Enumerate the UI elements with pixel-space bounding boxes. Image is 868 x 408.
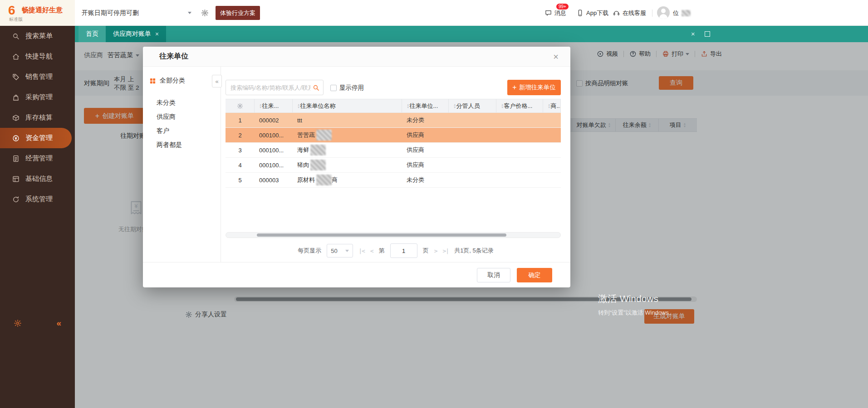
column-settings-gear-icon[interactable] — [226, 99, 255, 112]
search-icon[interactable] — [312, 84, 320, 92]
sidebar-item-funds[interactable]: 资金管理 — [0, 128, 72, 148]
table-row[interactable]: 1 000002 ttt 未分类 — [226, 113, 561, 128]
partner-type: 供应商 — [402, 143, 449, 157]
partner-name-text: 苦苦蔬 — [297, 131, 315, 139]
logo-icon: 6 — [8, 4, 15, 17]
partner-name-text: 海鲜 — [297, 146, 309, 154]
search-icon — [12, 32, 20, 40]
tab-close-icon[interactable]: × — [155, 31, 159, 37]
settings-gear-icon[interactable] — [14, 319, 22, 327]
panel-collapse-icon[interactable]: « — [212, 75, 222, 87]
trial-industry-button[interactable]: 体验行业方案 — [216, 6, 260, 20]
partner-more — [543, 173, 561, 187]
tabbar: 首页 供应商对账单 × × — [75, 26, 868, 42]
message-bubble-icon — [544, 9, 552, 17]
app-download-button[interactable]: App下载 — [576, 0, 608, 26]
column-header-type[interactable]: 往来单位... — [402, 99, 449, 112]
fullscreen-icon[interactable] — [705, 31, 710, 37]
partner-name: 猪肉 — [293, 158, 402, 172]
table-row[interactable]: 5 000003 原材料商 未分类 — [226, 173, 561, 188]
column-header-manager[interactable]: 分管人员 — [449, 99, 496, 112]
category-item-supplier[interactable]: 供应商 — [143, 110, 221, 124]
headset-icon — [613, 9, 620, 17]
table-row[interactable]: 3 000100... 海鲜 供应商 — [226, 143, 561, 158]
scrollbar-thumb[interactable] — [257, 233, 506, 237]
search-input[interactable] — [226, 80, 323, 95]
account-period-select[interactable]: 开账日期可停用可删 — [82, 0, 191, 26]
user-name-text: 位 — [673, 9, 679, 17]
first-page-icon[interactable]: |< — [358, 248, 365, 254]
per-page-value: 50 — [331, 248, 337, 254]
home-icon — [12, 53, 20, 61]
messages-button[interactable]: 消息 99+ — [544, 0, 566, 26]
category-item-uncategorized[interactable]: 未分类 — [143, 96, 221, 110]
show-disabled-checkbox[interactable]: 显示停用 — [330, 84, 364, 92]
category-item-both[interactable]: 两者都是 — [143, 138, 221, 152]
business-partner-modal: 往来单位 × 全部分类 « 未分类 供应商 客户 两者都是 — [143, 47, 570, 287]
last-page-icon[interactable]: >| — [442, 248, 449, 254]
tab-home[interactable]: 首页 — [78, 26, 106, 42]
partner-price — [496, 158, 543, 172]
online-service-button[interactable]: 在线客服 — [613, 0, 646, 26]
partner-type: 未分类 — [402, 113, 449, 127]
close-icon[interactable]: × — [553, 52, 559, 61]
per-page-select[interactable]: 50 — [327, 244, 353, 257]
sidebar-item-quick-nav[interactable]: 快捷导航 — [0, 46, 75, 67]
column-header-code[interactable]: 往来... — [255, 99, 293, 112]
partner-more — [543, 128, 561, 142]
close-all-tabs-icon[interactable]: × — [691, 30, 695, 37]
table-row[interactable]: 4 000100... 猪肉 供应商 — [226, 158, 561, 173]
partner-manager — [449, 158, 496, 172]
gear-icon[interactable] — [201, 9, 209, 17]
page-prefix-label: 第 — [379, 247, 385, 255]
sidebar-item-inventory[interactable]: 库存核算 — [0, 107, 75, 128]
sidebar-item-label: 系统管理 — [25, 195, 53, 204]
modal-footer: 取消 确定 — [143, 262, 570, 287]
row-index: 5 — [226, 173, 255, 187]
confirm-button[interactable]: 确定 — [517, 268, 552, 282]
category-all[interactable]: 全部分类 — [149, 77, 185, 85]
sidebar-item-base-info[interactable]: 基础信息 — [0, 169, 75, 189]
sidebar-nav: 搜索菜单 快捷导航 销售管理 采购管理 库存核算 资金管理 — [0, 26, 75, 209]
per-page-label: 每页显示 — [298, 247, 321, 255]
modal-body: 全部分类 « 未分类 供应商 客户 两者都是 显示停用 — [143, 67, 570, 262]
online-service-label: 在线客服 — [623, 9, 646, 17]
user-avatar[interactable] — [657, 6, 670, 19]
account-period-label: 开账日期可停用可删 — [82, 9, 139, 17]
next-page-icon[interactable]: > — [434, 248, 437, 254]
sidebar-item-search-menu[interactable]: 搜索菜单 — [0, 26, 75, 46]
modal-header: 往来单位 × — [143, 47, 570, 67]
blur-patch — [316, 175, 332, 185]
shopping-bag-icon — [12, 93, 20, 102]
modal-main: 显示停用 + 新增往来单位 往来... 往来单位名称 往来单位... 分管人员 … — [221, 67, 570, 262]
sidebar-collapse-icon[interactable]: « — [56, 318, 61, 328]
blur-patch — [310, 145, 326, 155]
partner-search-box — [226, 80, 324, 95]
edition-label: 标准版 — [9, 16, 23, 23]
sidebar-item-purchase[interactable]: 采购管理 — [0, 87, 75, 107]
chevron-down-icon — [345, 250, 349, 252]
prev-page-icon[interactable]: < — [370, 248, 373, 254]
add-partner-button[interactable]: + 新增往来单位 — [507, 80, 561, 95]
cancel-button[interactable]: 取消 — [477, 268, 510, 282]
sync-icon — [12, 195, 20, 204]
blur-patch — [316, 130, 332, 141]
sidebar-item-label: 销售管理 — [25, 73, 53, 81]
partner-name-text: ttt — [297, 117, 302, 124]
confirm-button-label: 确定 — [529, 271, 541, 279]
sidebar-item-sales[interactable]: 销售管理 — [0, 67, 75, 87]
page-number-input[interactable] — [390, 243, 417, 258]
column-header-price[interactable]: 客户价格... — [496, 99, 543, 112]
tab-label: 首页 — [86, 30, 98, 38]
sidebar-item-system[interactable]: 系统管理 — [0, 189, 75, 209]
category-item-customer[interactable]: 客户 — [143, 124, 221, 138]
column-header-name[interactable]: 往来单位名称 — [293, 99, 402, 112]
logo-text: 畅捷通好生意 — [22, 6, 63, 15]
column-header-more[interactable]: 商... — [543, 99, 561, 112]
partner-name: ttt — [293, 113, 402, 127]
user-name[interactable]: 位 — [673, 9, 691, 17]
table-row[interactable]: 2 000100... 苦苦蔬 供应商 — [226, 128, 561, 143]
tab-supplier-statement[interactable]: 供应商对账单 × — [106, 26, 166, 42]
sidebar-item-operations[interactable]: 经营管理 — [0, 148, 75, 169]
partner-more — [543, 158, 561, 172]
